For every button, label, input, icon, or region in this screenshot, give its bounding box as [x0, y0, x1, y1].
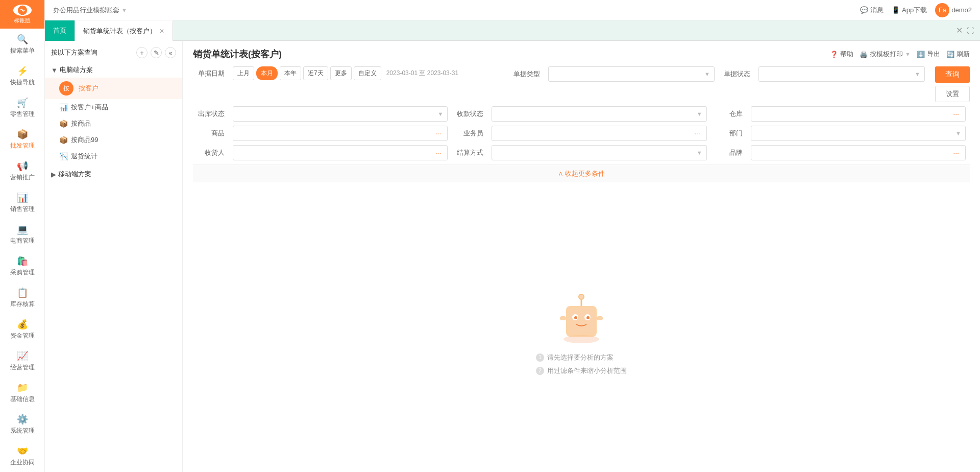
salesman-select[interactable]: ··· [492, 126, 706, 141]
collapse-bar[interactable]: ∧ 收起更多条件 [193, 164, 970, 182]
tab-maximize-button[interactable]: ✕ ⛶ [950, 26, 980, 35]
sidebar-item-quicknav[interactable]: ⚡ 快捷导航 [0, 60, 44, 92]
dept-filter: 部门 ▼ [711, 126, 970, 141]
page-actions: ❓ 帮助 🖨️ 按模板打印 ▼ ⬇️ 导出 🔄 刷新 [830, 50, 970, 59]
sidebar-item-finance[interactable]: 💰 资金管理 [0, 314, 44, 345]
sidebar-label-marketing: 营销推广 [10, 173, 35, 182]
edit-scheme-button[interactable]: ✎ [151, 47, 162, 58]
left-panel-header: 按以下方案查询 + ✎ « [45, 47, 182, 62]
tab-home[interactable]: 首页 [45, 20, 75, 41]
scheme-group-pc: ▼ 电脑端方案 按 按客户 📊 按客户+商品 📦 按商品 📦 [45, 62, 182, 164]
brand-label: 品牌 [711, 148, 747, 157]
tab-close-icon[interactable]: ✕ [159, 28, 164, 35]
print-label: 按模板打印 [870, 50, 903, 59]
bill-status-select[interactable]: ▼ [758, 66, 925, 82]
empty-illustration [551, 286, 612, 347]
sidebar-label-basic: 基础信息 [10, 395, 35, 404]
date-btn-this-month[interactable]: 本月 [256, 66, 278, 80]
receipt-status-select[interactable]: ▼ [492, 106, 706, 122]
bill-status-label: 单据状态 [719, 69, 754, 79]
refresh-label: 刷新 [957, 50, 970, 59]
scheme-item-by-goods[interactable]: 📦 按商品 [45, 115, 182, 132]
finance-icon: 💰 [17, 319, 28, 330]
scheme-group-mobile-header[interactable]: ▶ 移动端方案 [45, 167, 182, 182]
warehouse-dots[interactable]: ··· [951, 110, 961, 118]
collapse-label: 收起更多条件 [565, 170, 605, 177]
scheme-group-pc-header[interactable]: ▼ 电脑端方案 [45, 62, 182, 78]
out-status-select[interactable]: ▼ [233, 106, 448, 122]
tab-sales-stat[interactable]: 销货单统计表（按客户） ✕ [75, 20, 173, 41]
sidebar-label-sales: 销售管理 [10, 205, 35, 214]
query-button[interactable]: 查询 [935, 66, 970, 83]
sidebar-item-purchase[interactable]: 🛍️ 采购管理 [0, 250, 44, 282]
receiver-dots[interactable]: ··· [433, 149, 444, 157]
payment-select[interactable]: ▼ [492, 145, 706, 160]
salesman-filter: 业务员 ··· [452, 126, 710, 141]
goods-select[interactable]: ··· [233, 126, 448, 141]
date-label: 单据日期 [193, 69, 229, 78]
add-scheme-button[interactable]: + [136, 47, 148, 58]
sidebar-item-basic[interactable]: 📁 基础信息 [0, 377, 44, 409]
filter-area: 单据日期 上月 本月 本年 近7天 更多 自定义 2023-03-01 至 20… [183, 60, 980, 188]
tip-1-text: 请先选择要分析的方案 [547, 353, 614, 362]
scheme-item-by-customer-goods[interactable]: 📊 按客户+商品 [45, 99, 182, 115]
sidebar-item-ecommerce[interactable]: 💻 电商管理 [0, 219, 44, 250]
date-btn-this-year[interactable]: 本年 [280, 66, 301, 80]
date-btn-7days[interactable]: 近7天 [303, 66, 328, 80]
wholesale-icon: 📦 [17, 129, 28, 140]
sidebar-item-corp[interactable]: 🤝 企业协同 [0, 440, 44, 472]
date-btn-custom[interactable]: 自定义 [354, 66, 381, 80]
svg-rect-11 [597, 316, 603, 320]
bill-status-arrow: ▼ [915, 71, 920, 77]
sidebar-item-system[interactable]: ⚙️ 系统管理 [0, 409, 44, 440]
sidebar-item-marketing[interactable]: 📢 营销推广 [0, 155, 44, 187]
collapse-scheme-button[interactable]: « [165, 47, 176, 58]
brand-select[interactable]: ··· [751, 145, 966, 160]
print-icon: 🖨️ [860, 51, 868, 58]
sidebar-item-operation[interactable]: 📈 经营管理 [0, 345, 44, 377]
topbar-title-dropdown[interactable]: 办公用品行业模拟账套 ▼ [53, 6, 127, 15]
sidebar-label-purchase: 采购管理 [10, 268, 35, 277]
help-button[interactable]: ❓ 帮助 [830, 50, 853, 59]
scheme-item-by-goods-99-label: 按商品99 [71, 135, 98, 145]
setting-button[interactable]: 设置 [935, 86, 970, 102]
brand-dots[interactable]: ··· [951, 149, 961, 157]
warehouse-filter: 仓库 ··· [711, 106, 970, 122]
quick-nav-icon: ⚡ [17, 65, 28, 77]
refresh-icon: 🔄 [946, 51, 954, 58]
out-status-label: 出库状态 [193, 109, 229, 119]
salesman-dots[interactable]: ··· [692, 129, 702, 137]
sidebar-item-search[interactable]: 🔍 搜索菜单 [0, 29, 44, 60]
tab-sales-stat-label: 销货单统计表（按客户） [83, 27, 156, 36]
export-button[interactable]: ⬇️ 导出 [917, 50, 940, 59]
filter-row-3: 商品 ··· 业务员 ··· 部门 [193, 126, 970, 141]
scheme-item-by-goods-99[interactable]: 📦 按商品99 [45, 132, 182, 148]
sidebar-item-wholesale[interactable]: 📦 批发管理 [0, 124, 44, 155]
mobile-group-label: 移动端方案 [58, 170, 91, 179]
refresh-button[interactable]: 🔄 刷新 [946, 50, 970, 59]
user-menu[interactable]: Ea demo2 [935, 3, 972, 17]
sidebar-nav: 🔍 搜索菜单 ⚡ 快捷导航 🛒 零售管理 📦 批发管理 📢 营销推广 📊 销售管… [0, 29, 44, 472]
bill-type-select[interactable]: ▼ [548, 66, 715, 82]
maximize-icon[interactable]: ⛶ [967, 27, 974, 35]
date-btn-more[interactable]: 更多 [330, 66, 352, 80]
dept-label: 部门 [711, 129, 747, 138]
svg-rect-10 [560, 316, 566, 320]
goods-dots[interactable]: ··· [433, 129, 444, 137]
warehouse-select[interactable]: ··· [751, 106, 966, 122]
scheme-item-by-goods-label: 按商品 [71, 119, 91, 128]
operation-icon: 📈 [17, 350, 28, 362]
scheme-item-return-stat[interactable]: 📉 退货统计 [45, 148, 182, 164]
sidebar-item-sales[interactable]: 📊 销售管理 [0, 187, 44, 219]
dept-select[interactable]: ▼ [751, 126, 966, 141]
empty-state: 1 请先选择要分析的方案 2 用过滤条件来缩小分析范围 [183, 188, 980, 472]
sidebar-item-inventory[interactable]: 📋 库存核算 [0, 282, 44, 314]
date-btn-last-month[interactable]: 上月 [233, 66, 254, 80]
message-button[interactable]: 💬 消息 [860, 6, 884, 15]
sidebar-item-retail[interactable]: 🛒 零售管理 [0, 92, 44, 124]
app-download-button[interactable]: 📱 App下载 [892, 6, 927, 15]
receiver-select[interactable]: ··· [233, 145, 448, 160]
scheme-item-by-customer[interactable]: 按 按客户 [45, 78, 182, 99]
close-window-icon[interactable]: ✕ [956, 26, 963, 35]
print-button[interactable]: 🖨️ 按模板打印 ▼ [860, 50, 911, 59]
